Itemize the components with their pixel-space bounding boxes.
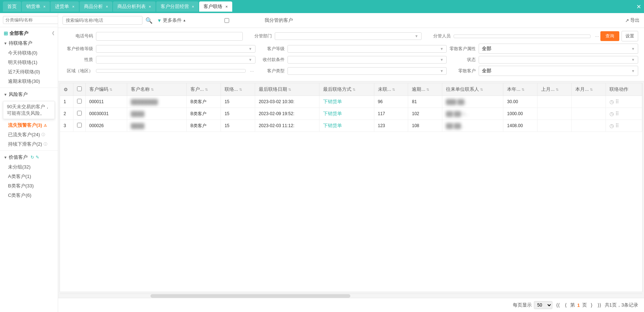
tab-purchase[interactable]: 进货单 × <box>51 1 79 12</box>
th-last-month[interactable]: 上月...⇅ <box>538 83 572 96</box>
cell-lway-1[interactable]: 下销货单 <box>319 108 374 120</box>
cell-lway-0[interactable]: 下销货单 <box>319 96 374 108</box>
filter-phone-label: 电话号码 <box>64 33 93 39</box>
value-edit-icon[interactable]: ✎ <box>36 155 39 160</box>
tab-customer-contact-close[interactable]: × <box>225 4 228 9</box>
th-contact-count[interactable]: 联络...⇅ <box>221 83 255 96</box>
sidebar-item-overdue[interactable]: 逾期未联络(30) <box>0 77 58 86</box>
sidebar-item-typeB[interactable]: B类客户(33) <box>0 181 58 191</box>
sidebar-item-typeC[interactable]: C类客户(6) <box>0 191 58 200</box>
retail-attr-chevron-icon: ▼ <box>631 47 635 51</box>
sidebar-item-typeA[interactable]: A类客户(1) <box>0 172 58 181</box>
th-customer-type[interactable]: 客户...⇅ <box>186 83 221 96</box>
tab-sales-close[interactable]: × <box>43 4 45 9</box>
filter-customer-grade-select[interactable]: ▼ <box>287 45 447 53</box>
th-overdue[interactable]: 逾期...⇅ <box>408 83 442 96</box>
sidebar-item-tomorrow[interactable]: 明天待联络(1) <box>0 58 58 67</box>
th-contacts[interactable]: 往来单位联系人⇅ <box>442 83 503 96</box>
cell-no-0: 1 <box>60 96 73 108</box>
cell-lm-2 <box>538 120 572 132</box>
cell-lway-2[interactable]: 下销货单 <box>319 120 374 132</box>
sidebar-group-value-header[interactable]: ▼ 价值客户 ↻ ✎ <box>0 152 58 162</box>
my-customers-checkbox[interactable]: 我分管的客户 <box>190 17 293 24</box>
pagination: 每页显示 50 100 200 ⟨⟨ ⟨ 第 1 页 ⟩ ⟩⟩ 共1页，3条记录 <box>513 301 638 309</box>
filter-status-select[interactable]: ▼ <box>479 56 638 64</box>
search-input[interactable] <box>63 16 142 25</box>
unc-sort-icon: ⇅ <box>392 88 395 92</box>
sidebar-item-churn-warning[interactable]: 流失预警客户(3) ⚠ <box>0 121 58 130</box>
filter-retail-select[interactable]: 全部 ▼ <box>479 66 638 76</box>
select-all-checkbox[interactable] <box>77 86 82 91</box>
cell-unc-2: 123 <box>374 120 408 132</box>
th-last-way[interactable]: 最后联络方式⇅ <box>319 83 374 96</box>
close-window-btn[interactable]: ✕ <box>636 3 641 10</box>
tab-customer-tier-close[interactable]: × <box>192 4 194 9</box>
horizontal-scrollbar[interactable] <box>60 293 643 298</box>
more-conditions-btn[interactable]: ▼ 更多条件 ▲ <box>156 17 188 24</box>
th-code[interactable]: 客户编码⇅ <box>85 83 127 96</box>
tab-analysis-list-close[interactable]: × <box>149 4 151 9</box>
last-page-btn[interactable]: ⟩⟩ <box>596 302 603 308</box>
action-contact-icon-1[interactable]: ◷ <box>609 111 614 117</box>
action-more-icon-2[interactable]: ⠿ <box>615 123 619 129</box>
next-page-btn[interactable]: ⟩ <box>589 302 594 308</box>
my-customers-check[interactable] <box>190 18 263 23</box>
sidebar-item-today[interactable]: 今天待联络(0) <box>0 48 58 58</box>
action-more-icon-0[interactable]: ⠿ <box>615 99 619 105</box>
th-name[interactable]: 客户名称⇅ <box>127 83 187 96</box>
action-contact-icon-2[interactable]: ◷ <box>609 123 614 129</box>
tab-home[interactable]: 首页 <box>3 1 21 12</box>
filter-retail-attr-select[interactable]: 全部 ▼ <box>479 44 638 54</box>
filter-customer-type-select[interactable]: ▼ <box>287 67 447 75</box>
sidebar-item-churned[interactable]: 已流失客户(24) ⓘ <box>0 130 58 139</box>
bottom-bar: 每页显示 50 100 200 ⟨⟨ ⟨ 第 1 页 ⟩ ⟩⟩ 共1页，3条记录 <box>58 298 644 312</box>
filter-region-select[interactable] <box>96 69 246 73</box>
sidebar-search-input[interactable] <box>3 16 58 24</box>
tab-sales[interactable]: 销货单 × <box>22 1 50 12</box>
tab-customer-contact[interactable]: 客户联络 × <box>199 1 232 12</box>
filter-nature-select[interactable]: ▼ <box>96 56 255 64</box>
scrollbar-thumb[interactable] <box>150 294 350 298</box>
sidebar-all-customers[interactable]: ⊞ 全部客户 《 <box>0 27 58 38</box>
first-page-btn[interactable]: ⟨⟨ <box>555 302 561 308</box>
filter-dept-select[interactable]: ▼ <box>275 32 422 40</box>
filter-dept-label: 分管部门 <box>243 33 272 39</box>
query-btn[interactable]: 查询 <box>600 31 619 41</box>
sidebar-item-7days[interactable]: 近7天待联络(0) <box>0 67 58 77</box>
sidebar-group-pending-header[interactable]: ▼ 待联络客户 <box>0 38 58 48</box>
cell-cb-2[interactable] <box>73 120 85 132</box>
sidebar-collapse-btn[interactable]: 《 <box>50 31 54 37</box>
filter-phone-input[interactable] <box>96 32 243 41</box>
th-uncontact[interactable]: 未联...⇅ <box>374 83 408 96</box>
settings-btn[interactable]: 设置 <box>621 31 638 41</box>
search-button[interactable]: 🔍 <box>145 17 153 24</box>
filter-price-level-select[interactable]: ▼ <box>96 45 255 53</box>
th-settings[interactable]: ⚙ <box>60 83 73 96</box>
filter-region-dots[interactable]: ··· <box>249 68 255 74</box>
tab-purchase-label: 进货单 <box>55 3 69 10</box>
th-this-month[interactable]: 本月...⇅ <box>572 83 606 96</box>
sidebar-item-declining[interactable]: 持续下滑客户(2) ⓘ <box>0 139 58 149</box>
th-this-year[interactable]: 本年...⇅ <box>503 83 538 96</box>
per-page-select[interactable]: 50 100 200 <box>534 301 552 309</box>
th-last-date[interactable]: 最后联络日期⇅ <box>255 83 319 96</box>
tab-purchase-close[interactable]: × <box>72 4 74 9</box>
prev-page-btn[interactable]: ⟨ <box>563 302 568 308</box>
export-btn[interactable]: ↗ 导出 <box>625 17 640 24</box>
filter-person-select[interactable] <box>454 35 591 38</box>
filter-payment-select[interactable]: ▼ <box>287 56 447 64</box>
tab-analysis-close[interactable]: × <box>106 4 108 9</box>
tab-analysis[interactable]: 商品分析 × <box>80 1 112 12</box>
action-more-icon-1[interactable]: ⠿ <box>615 111 619 117</box>
tab-analysis-list[interactable]: 商品分析列表 × <box>113 1 155 12</box>
cell-cb-0[interactable] <box>73 96 85 108</box>
tab-customer-tier[interactable]: 客户分层经营 × <box>156 1 198 12</box>
action-contact-icon-0[interactable]: ◷ <box>609 99 614 105</box>
th-checkbox[interactable] <box>73 83 85 96</box>
filter-person-dots[interactable]: ··· <box>593 33 600 39</box>
value-refresh-icon[interactable]: ↻ <box>31 155 34 160</box>
cell-cb-1[interactable] <box>73 108 85 120</box>
sidebar-item-ungroup[interactable]: 未分组(32) <box>0 162 58 172</box>
sidebar-group-risk-header[interactable]: ▼ 风险客户 <box>0 89 58 100</box>
sidebar-search-area: 🔍 <box>0 13 58 27</box>
